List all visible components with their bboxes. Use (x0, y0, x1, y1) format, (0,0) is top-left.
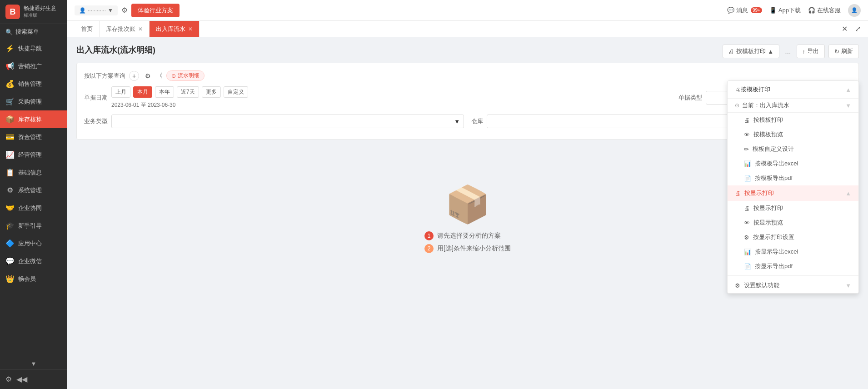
date-current-month[interactable]: 本月 (133, 86, 152, 98)
avatar-image: 👤 (851, 7, 858, 13)
display-preview-item[interactable]: 👁 按显示预览 (728, 215, 858, 230)
step-1-text: 请先选择要分析的方案 (437, 232, 501, 240)
tab-flow-close[interactable]: ✕ (188, 26, 193, 32)
sidebar-item-marketing[interactable]: 📢 营销推广 (0, 57, 67, 75)
date-filter-field: 单据日期 上月 本月 本年 近7天 更多 自定义 2023-06-01 至 20… (84, 86, 671, 109)
print-template-label: 按模板打印 (736, 47, 766, 55)
chevron-up-section-icon: ▲ (845, 190, 851, 197)
sidebar-item-vip[interactable]: 👑 畅会员 (0, 270, 67, 288)
sidebar-item-label: 畅会员 (18, 275, 36, 283)
message-btn[interactable]: 💬 消息 99+ (727, 6, 762, 15)
wechat-icon: 💬 (5, 257, 15, 265)
user-area[interactable]: 👤 ············ ▼ (75, 5, 118, 15)
filter-header: 按以下方案查询 + ⚙ 《 ⊙ 流水明细 (84, 70, 851, 81)
template-custom-label: 模板自定义设计 (753, 145, 794, 153)
settings-icon[interactable]: ⚙ (5, 375, 12, 384)
chevron-down-icon-2: ▼ (454, 118, 460, 125)
tab-flow-label: 出入库流水 (156, 25, 185, 33)
business-type-select[interactable]: ▼ (111, 115, 464, 128)
sidebar-search[interactable]: 🔍 搜索菜单 (0, 24, 67, 40)
message-badge: 99+ (751, 7, 762, 13)
template-print-item[interactable]: 🖨 按模板打印 (728, 113, 858, 127)
filter-collapse-btn[interactable]: 《 (156, 72, 163, 80)
sidebar-item-operations[interactable]: 📈 经营管理 (0, 146, 67, 164)
display-print-item[interactable]: 🖨 按显示打印 (728, 201, 858, 215)
sidebar-item-cooperation[interactable]: 🤝 企业协同 (0, 199, 67, 217)
online-service-btn[interactable]: 🎧 在线客服 (808, 6, 841, 15)
template-export-pdf-item[interactable]: 📄 按模板导出pdf (728, 171, 858, 185)
sidebar-item-guide[interactable]: 🎓 新手引导 (0, 217, 67, 234)
sidebar-item-apps[interactable]: 🔷 应用中心 (0, 234, 67, 252)
sidebar-item-sales[interactable]: 💰 销售管理 (0, 75, 67, 93)
template-print-icon: 🖨 (744, 117, 750, 124)
sidebar-item-inventory[interactable]: 📦 库存核算 (0, 110, 67, 128)
sidebar-item-label: 资金管理 (18, 133, 42, 141)
filter-add-btn[interactable]: + (129, 71, 139, 81)
more-options-icon[interactable]: ... (783, 47, 793, 55)
dropdown-divider (728, 275, 858, 276)
step-2-text: 用[选]条件来缩小分析范围 (437, 244, 511, 253)
print-template-btn[interactable]: 🖨 按模板打印 ▲ (723, 45, 779, 58)
template-preview-icon: 👁 (744, 131, 750, 138)
empty-step-1: 1 请先选择要分析的方案 (424, 231, 511, 240)
date-recent-7[interactable]: 近7天 (177, 86, 199, 98)
date-custom[interactable]: 自定义 (224, 86, 248, 98)
basic-icon: 📋 (5, 168, 15, 177)
vip-icon: 👑 (5, 274, 15, 283)
date-options-group: 上月 本月 本年 近7天 更多 自定义 (111, 86, 248, 98)
sidebar-item-purchase[interactable]: 🛒 采购管理 (0, 93, 67, 110)
template-preview-item[interactable]: 👁 按模板预览 (728, 127, 858, 142)
industry-btn[interactable]: 体验行业方案 (131, 4, 180, 17)
collapse-sidebar-icon[interactable]: ◀◀ (16, 375, 27, 384)
set-default-item[interactable]: ⚙ 设置默认功能 ▼ (728, 278, 858, 293)
export-btn[interactable]: ↑ 导出 (797, 45, 825, 58)
sidebar-scroll-down[interactable]: ▼ (0, 359, 67, 369)
refresh-icon: ↻ (834, 48, 839, 55)
sidebar-item-label: 基础信息 (18, 169, 42, 177)
empty-icon: 📦 (445, 183, 490, 226)
date-current-year[interactable]: 本年 (155, 86, 174, 98)
refresh-btn[interactable]: ↻ 刷新 (828, 45, 859, 58)
expand-window-icon[interactable]: ⤢ (853, 23, 863, 35)
date-more[interactable]: 更多 (202, 86, 221, 98)
filter-tag-icon: ⊙ (171, 73, 176, 79)
template-custom-item[interactable]: ✏ 模板自定义设计 (728, 142, 858, 156)
filter-active-tag[interactable]: ⊙ 流水明细 (166, 70, 205, 81)
warehouse-label: 仓库 (471, 117, 483, 125)
sidebar-item-finance[interactable]: 💳 资金管理 (0, 128, 67, 146)
tab-batch-close[interactable]: ✕ (138, 26, 143, 32)
chevron-up-icon: ▲ (768, 48, 773, 55)
date-prev-month[interactable]: 上月 (111, 86, 130, 98)
sidebar-item-label: 销售管理 (18, 80, 42, 88)
template-excel-label: 按模板导出excel (755, 160, 798, 168)
tabs-right-controls: ✕ ⤢ (840, 23, 868, 35)
display-print-section-header[interactable]: 🖨 按显示打印 ▲ (728, 185, 858, 201)
filter-setting-btn[interactable]: ⚙ (143, 71, 153, 81)
tab-flow[interactable]: 出入库流水 ✕ (150, 21, 200, 37)
gear-icon[interactable]: ⚙ (121, 6, 128, 15)
template-pdf-label: 按模板导出pdf (755, 174, 793, 182)
close-window-icon[interactable]: ✕ (840, 23, 849, 35)
phone-icon: 📱 (769, 7, 777, 14)
display-print-setting-item[interactable]: ⚙ 按显示打印设置 (728, 230, 858, 244)
app-download-btn[interactable]: 📱 App下载 (769, 6, 801, 15)
display-export-excel-item[interactable]: 📊 按显示导出excel (728, 244, 858, 259)
printer-icon-header: 🖨 (735, 86, 741, 93)
search-label: 搜索菜单 (15, 28, 39, 36)
app-download-label: App下载 (778, 6, 801, 15)
template-export-excel-item[interactable]: 📊 按模板导出excel (728, 156, 858, 171)
chevron-up-panel-icon[interactable]: ▲ (845, 86, 851, 93)
tab-batch[interactable]: 库存批次账 ✕ (100, 21, 150, 37)
sidebar-item-wechat[interactable]: 💬 企业微信 (0, 252, 67, 270)
quick-nav-icon: ⚡ (5, 44, 15, 53)
avatar[interactable]: 👤 (848, 4, 861, 17)
display-setting-icon: ⚙ (744, 234, 749, 241)
message-label: 消息 (736, 6, 748, 15)
display-section-label: 按显示打印 (744, 189, 774, 197)
sidebar-item-basic[interactable]: 📋 基础信息 (0, 164, 67, 181)
sidebar-item-quick-nav[interactable]: ⚡ 快捷导航 (0, 40, 67, 57)
tab-home[interactable]: 首页 (75, 21, 100, 37)
display-export-pdf-item[interactable]: 📄 按显示导出pdf (728, 259, 858, 274)
sidebar-item-system[interactable]: ⚙ 系统管理 (0, 181, 67, 199)
system-icon: ⚙ (5, 186, 15, 194)
